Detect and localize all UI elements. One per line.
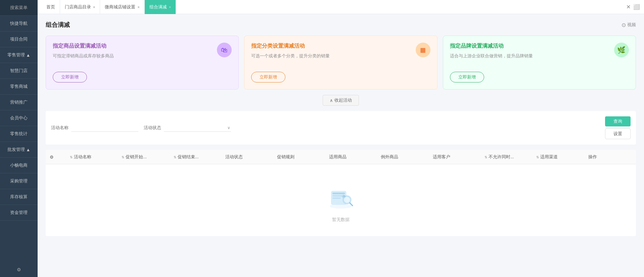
collapse-bar: ∧ 收起活动 <box>46 95 636 106</box>
sidebar-item-wholesale[interactable]: 批发管理 ▲ <box>0 142 38 158</box>
sidebar-item-stats[interactable]: 零售统计 <box>0 126 38 142</box>
tab-wechat-shop[interactable]: 微商城店铺设置 × <box>100 0 144 14</box>
tab-combo-discount-close[interactable]: × <box>169 5 171 9</box>
tab-combo-discount[interactable]: 组合满减 × <box>145 0 176 14</box>
sidebar-item-smart-store[interactable]: 智慧门店 <box>0 63 38 79</box>
th-start-label: 促销开始... <box>126 154 147 160</box>
expand-arrow-icon: ▲ <box>26 53 31 58</box>
tab-wechat-shop-close[interactable]: × <box>137 5 139 9</box>
th-name-label: 活动名称 <box>74 154 91 160</box>
video-link[interactable]: ⊙ 视频 <box>622 22 636 28</box>
tab-home[interactable]: 首页 <box>42 0 60 14</box>
tab-home-label: 首页 <box>46 4 55 10</box>
collapse-button[interactable]: ∧ 收起活动 <box>323 95 359 106</box>
th-goods: 适用商品 <box>325 154 377 160</box>
filter-status-item: 活动状态 进行中 已结束 未开始 ∨ <box>144 124 231 132</box>
filter-status-label: 活动状态 <box>144 125 161 131</box>
product-card-desc: 可指定滞销商品或库存较多商品 <box>53 53 232 65</box>
th-status: 活动状态 <box>221 154 273 160</box>
settings-icon: ⚙ <box>17 267 21 272</box>
filter-name-input[interactable] <box>71 124 138 132</box>
filter-status-select-wrapper: 进行中 已结束 未开始 ∨ <box>164 124 231 132</box>
svg-rect-2 <box>332 192 345 194</box>
svg-point-6 <box>344 197 350 203</box>
sidebar-item-quick-nav[interactable]: 快捷导航 <box>0 16 38 32</box>
expand-arrow-icon-2: ▲ <box>26 147 31 152</box>
sidebar-item-member[interactable]: 会员中心 <box>0 110 38 126</box>
th-start: ⇅ 促销开始... <box>118 154 169 160</box>
brand-card-add-btn[interactable]: 立即新增 <box>450 72 484 82</box>
sort-icon-name[interactable]: ⇅ <box>70 155 73 159</box>
product-card-icon: 🛍 <box>217 43 232 57</box>
sidebar-item-purchase[interactable]: 采购管理 <box>0 173 38 189</box>
th-action: 操作 <box>584 154 636 160</box>
sidebar-item-project[interactable]: 项目合同 <box>0 32 38 47</box>
sidebar-settings[interactable]: ⚙ <box>0 262 38 277</box>
th-channel-label: 适用渠道 <box>540 154 558 160</box>
th-goods-label: 适用商品 <box>329 154 347 160</box>
video-label: 视频 <box>627 22 636 28</box>
filter-name-item: 活动名称 <box>51 124 138 132</box>
maximize-icon[interactable]: ⬜ <box>633 4 640 10</box>
sidebar: 搜索菜单 快捷导航 项目合同 零售管理 ▲ 智慧门店 零售商城 营销推广 会员中… <box>0 0 38 277</box>
th-settings[interactable]: ⚙ <box>46 155 66 160</box>
category-card-icon: ▦ <box>416 43 430 57</box>
table-settings-icon: ⚙ <box>50 155 54 160</box>
page-header: 组合满减 ⊙ 视频 <box>46 21 636 29</box>
sidebar-item-inventory[interactable]: 库存核算 <box>0 189 38 205</box>
category-card-title: 指定分类设置满减活动 <box>251 43 430 50</box>
tab-combo-discount-label: 组合满减 <box>149 4 167 10</box>
sidebar-item-retail[interactable]: 零售管理 ▲ <box>0 47 38 63</box>
tab-store-catalog-close[interactable]: × <box>93 5 95 9</box>
play-circle-icon: ⊙ <box>622 22 626 28</box>
sidebar-item-retail-mall[interactable]: 零售商城 <box>0 79 38 95</box>
sidebar-item-xiaochang[interactable]: 小畅电商 <box>0 158 38 173</box>
tab-wechat-shop-label: 微商城店铺设置 <box>105 4 135 10</box>
sort-icon-start[interactable]: ⇅ <box>122 155 124 159</box>
sidebar-item-finance[interactable]: 资金管理 <box>0 205 38 221</box>
th-customer-label: 适用客户 <box>433 154 450 160</box>
svg-rect-4 <box>332 198 341 199</box>
brand-card-icon: 🌿 <box>614 43 629 57</box>
th-exception: 例外商品 <box>377 154 428 160</box>
brand-card: 🌿 指定品牌设置满减活动 适合与上游企业联合做营销，提升品牌销量 立即新增 <box>443 36 636 90</box>
th-concurrent-label: 不允许同时... <box>489 154 514 160</box>
th-status-label: 活动状态 <box>225 154 243 160</box>
th-customer: 适用客户 <box>429 154 480 160</box>
sidebar-item-marketing[interactable]: 营销推广 <box>0 95 38 110</box>
th-rule: 促销规则 <box>273 154 325 160</box>
collapse-arrow-icon: ∧ <box>330 98 333 103</box>
th-end-label: 促销结束... <box>178 154 199 160</box>
collapse-label: 收起活动 <box>334 97 352 103</box>
th-exception-label: 例外商品 <box>381 154 398 160</box>
th-rule-label: 促销规则 <box>277 154 294 160</box>
setting-button[interactable]: 设置 <box>605 128 631 139</box>
th-channel: ⇅ 适用渠道 <box>532 154 584 160</box>
category-card: ▦ 指定分类设置满减活动 可选一个或者多个分类，提升分类的销量 立即新增 <box>244 36 437 90</box>
content-area: 组合满减 ⊙ 视频 🛍 指定商品设置满减活动 可指定滞销商品或库存较多商品 立即… <box>38 14 644 277</box>
tab-store-catalog-label: 门店商品目录 <box>65 4 91 10</box>
filter-status-select[interactable]: 进行中 已结束 未开始 <box>164 124 231 132</box>
product-card-title: 指定商品设置满减活动 <box>53 43 232 50</box>
brand-card-desc: 适合与上游企业联合做营销，提升品牌销量 <box>450 53 629 65</box>
sort-icon-concurrent[interactable]: ⇅ <box>485 155 487 159</box>
th-concurrent: ⇅ 不允许同时... <box>480 154 532 160</box>
filter-bar: 活动名称 活动状态 进行中 已结束 未开始 ∨ 查询 设置 <box>46 111 636 145</box>
th-action-label: 操作 <box>588 154 597 160</box>
sort-icon-channel[interactable]: ⇅ <box>536 155 539 159</box>
tabs-bar: 首页 门店商品目录 × 微商城店铺设置 × 组合满减 × ✕ ⬜ <box>38 0 644 14</box>
filter-name-label: 活动名称 <box>51 125 68 131</box>
table-header: ⚙ ⇅ 活动名称 ⇅ 促销开始... ⇅ 促销结束... 活动状态 <box>46 150 636 164</box>
sidebar-search[interactable]: 搜索菜单 <box>0 0 38 16</box>
main-area: 首页 门店商品目录 × 微商城店铺设置 × 组合满减 × ✕ ⬜ 组合满减 ⊙ … <box>38 0 644 277</box>
empty-label: 暂无数据 <box>332 217 350 223</box>
tab-store-catalog[interactable]: 门店商品目录 × <box>60 0 100 14</box>
product-card: 🛍 指定商品设置满减活动 可指定滞销商品或库存较多商品 立即新增 <box>46 36 239 90</box>
page-title: 组合满减 <box>46 21 70 29</box>
close-window-icon[interactable]: ✕ <box>626 4 631 10</box>
product-card-add-btn[interactable]: 立即新增 <box>53 72 87 82</box>
query-button[interactable]: 查询 <box>605 116 631 126</box>
category-card-add-btn[interactable]: 立即新增 <box>251 72 285 82</box>
empty-illustration <box>324 184 358 211</box>
sort-icon-end[interactable]: ⇅ <box>174 155 176 159</box>
